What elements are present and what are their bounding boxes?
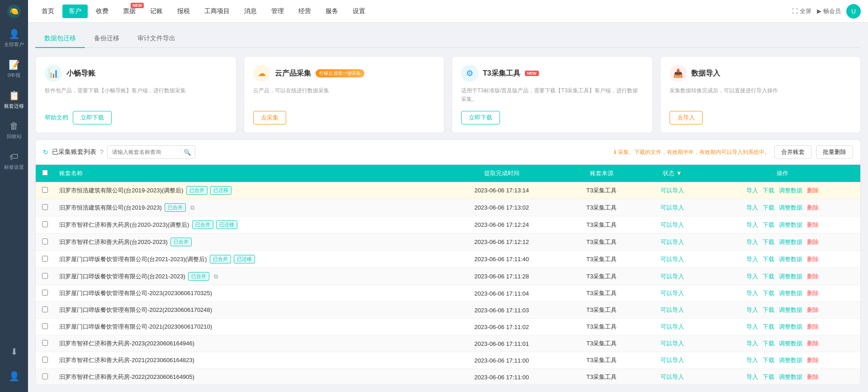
row-checkbox[interactable]	[42, 306, 48, 312]
adjust-link[interactable]: 调整数据	[779, 306, 802, 314]
adjust-link[interactable]: 调整数据	[779, 255, 802, 263]
nav-message[interactable]: 消息	[238, 5, 263, 18]
download-link[interactable]: 下载	[763, 186, 774, 195]
delete-link[interactable]: 删除	[807, 272, 819, 281]
delete-link[interactable]: 删除	[807, 339, 819, 348]
nav-business[interactable]: 工商项目	[198, 5, 236, 18]
row-checkbox[interactable]	[42, 340, 48, 346]
nav-home[interactable]: 首页	[35, 5, 61, 18]
nav-billing[interactable]: 收费	[90, 5, 115, 18]
search-input[interactable]	[108, 146, 180, 158]
user-avatar[interactable]: U	[846, 4, 861, 19]
delete-link[interactable]: 删除	[807, 221, 819, 229]
delete-link[interactable]: 删除	[807, 356, 819, 364]
row-checkbox[interactable]	[42, 290, 48, 296]
nav-service[interactable]: 服务	[319, 5, 344, 18]
import-link[interactable]: 导入	[746, 339, 758, 348]
nav-operation[interactable]: 经营	[292, 5, 317, 18]
delete-link[interactable]: 删除	[807, 204, 819, 212]
row-checkbox[interactable]	[42, 256, 48, 262]
sidebar-download-btn[interactable]: ⬇	[0, 340, 28, 363]
nav-customer[interactable]: 客户	[62, 5, 88, 18]
row-checkbox[interactable]	[42, 239, 48, 244]
adjust-link[interactable]: 调整数据	[779, 221, 802, 229]
row-checkbox[interactable]	[42, 187, 48, 193]
download-link[interactable]: 下载	[763, 255, 774, 263]
delete-link[interactable]: 删除	[807, 323, 819, 331]
delete-link[interactable]: 删除	[807, 289, 819, 297]
adjust-link[interactable]: 调整数据	[779, 186, 802, 195]
merge-account-btn[interactable]: 合并账套	[774, 145, 811, 159]
import-link[interactable]: 导入	[746, 186, 758, 195]
nav-accounting[interactable]: 记账	[144, 5, 169, 18]
fullscreen-btn[interactable]: ⛶ 全屏	[792, 7, 811, 15]
row-checkbox[interactable]	[42, 357, 48, 363]
download-link[interactable]: 下载	[763, 272, 774, 281]
download-link[interactable]: 下载	[763, 339, 774, 348]
cloud-collect-btn[interactable]: 去采集	[253, 111, 286, 124]
go-import-btn[interactable]: 去导入	[670, 111, 703, 124]
nav-manage[interactable]: 管理	[265, 5, 290, 18]
row-checkbox[interactable]	[42, 323, 48, 329]
row-checkbox[interactable]	[42, 273, 48, 279]
sidebar-item-all-clients[interactable]: 👤 全部客户	[0, 23, 28, 53]
adjust-link[interactable]: 调整数据	[779, 323, 802, 331]
sidebar-item-account-migrate[interactable]: 📋 账套迁移	[0, 84, 28, 115]
download-link[interactable]: 下载	[763, 238, 774, 246]
import-link[interactable]: 导入	[746, 356, 758, 364]
sidebar-item-zero-report[interactable]: 📝 0申报	[0, 53, 28, 84]
tab-backup-migrate[interactable]: 备份迁移	[85, 30, 128, 48]
nav-settings[interactable]: 设置	[346, 5, 372, 18]
sidebar-item-recycle[interactable]: 🗑 回收站	[0, 115, 28, 146]
adjust-link[interactable]: 调整数据	[779, 339, 802, 348]
t3-download-btn[interactable]: 立即下载	[461, 111, 500, 124]
delete-link[interactable]: 删除	[807, 306, 819, 314]
batch-delete-btn[interactable]: 批量删除	[816, 145, 853, 159]
select-all-checkbox[interactable]	[42, 170, 48, 176]
adjust-link[interactable]: 调整数据	[779, 204, 802, 212]
row-checkbox[interactable]	[42, 204, 48, 210]
adjust-link[interactable]: 调整数据	[779, 238, 802, 246]
import-link[interactable]: 导入	[746, 306, 758, 314]
row-checkbox[interactable]	[42, 221, 48, 227]
download-link[interactable]: 下载	[763, 289, 774, 297]
sidebar-user-btn[interactable]: 👤	[0, 365, 28, 387]
delete-link[interactable]: 删除	[807, 255, 819, 263]
import-link[interactable]: 导入	[746, 289, 758, 297]
col-status[interactable]: 状态 ▼	[640, 165, 704, 182]
member-btn[interactable]: ▶ 畅会员	[817, 7, 841, 15]
adjust-link[interactable]: 调整数据	[779, 272, 802, 281]
download-link[interactable]: 下载	[763, 323, 774, 331]
copy-icon[interactable]: ⧉	[190, 204, 194, 211]
copy-icon[interactable]: ⧉	[214, 273, 218, 280]
download-link[interactable]: 下载	[763, 306, 774, 314]
adjust-link[interactable]: 调整数据	[779, 356, 802, 364]
nav-tax[interactable]: 报税	[171, 5, 196, 18]
adjust-link[interactable]: 调整数据	[779, 289, 802, 297]
delete-link[interactable]: 删除	[807, 186, 819, 195]
import-link[interactable]: 导入	[746, 204, 758, 212]
delete-link[interactable]: 删除	[807, 238, 819, 246]
nav-invoice[interactable]: 票据 NEW	[117, 5, 142, 18]
import-link[interactable]: 导入	[746, 373, 758, 381]
xiaochang-download-btn[interactable]: 立即下载	[73, 111, 112, 124]
import-link[interactable]: 导入	[746, 221, 758, 229]
app-logo[interactable]: 🍋	[0, 0, 28, 23]
import-link[interactable]: 导入	[746, 255, 758, 263]
download-link[interactable]: 下载	[763, 221, 774, 229]
delete-link[interactable]: 删除	[807, 373, 819, 381]
refresh-icon[interactable]: ↻	[43, 148, 48, 156]
tab-data-migrate[interactable]: 数据包迁移	[35, 30, 85, 48]
import-link[interactable]: 导入	[746, 272, 758, 281]
download-link[interactable]: 下载	[763, 373, 774, 381]
import-link[interactable]: 导入	[746, 238, 758, 246]
download-link[interactable]: 下载	[763, 356, 774, 364]
search-button[interactable]: 🔍	[180, 146, 195, 158]
help-icon[interactable]: ?	[100, 148, 104, 156]
tab-audit-export[interactable]: 审计文件导出	[128, 30, 184, 48]
row-checkbox[interactable]	[42, 373, 48, 379]
import-link[interactable]: 导入	[746, 323, 758, 331]
adjust-link[interactable]: 调整数据	[779, 373, 802, 381]
help-doc-link[interactable]: 帮助文档	[45, 114, 68, 122]
download-link[interactable]: 下载	[763, 204, 774, 212]
